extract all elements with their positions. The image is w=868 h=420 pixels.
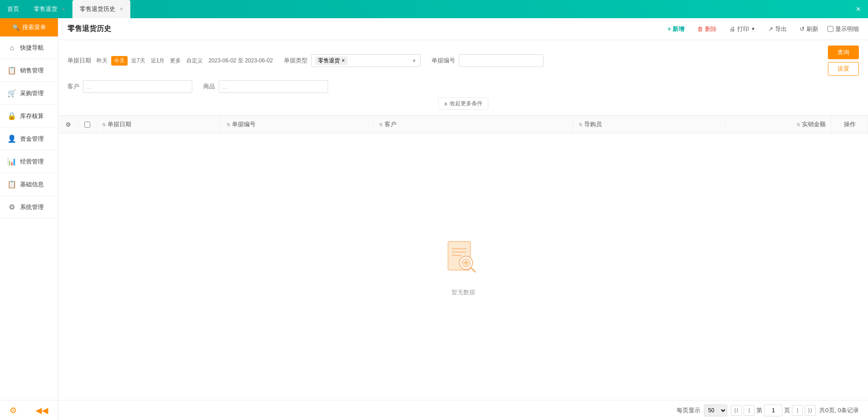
page-input-suffix: 页 (784, 406, 790, 415)
show-detail-checkbox[interactable]: 显示明细 (827, 25, 859, 33)
main-layout: 🔍 搜索菜单 ⌂ 快捷导航 📋 销售管理 🛒 采购管理 🔒 库存核算 👤 (0, 18, 868, 420)
sidebar-search-button[interactable]: 🔍 搜索菜单 (0, 18, 58, 36)
sidebar-item-system-mgmt-label: 系统管理 (20, 203, 44, 211)
filter-goods: 商品 ... (203, 80, 328, 93)
show-detail-input[interactable] (827, 26, 833, 32)
sidebar-item-finance-mgmt-label: 资金管理 (20, 135, 44, 143)
voucher-type-tag: 零售退货 × (315, 56, 348, 65)
delete-icon: 🗑 (697, 26, 703, 32)
collapse-filter-button[interactable]: ∧ 收起更多条件 (438, 97, 488, 110)
tab-home[interactable]: 首页 (0, 0, 26, 18)
tab-retail-return-history[interactable]: 零售退货历史 × (72, 0, 130, 18)
new-button[interactable]: + 新增 (664, 23, 688, 35)
show-detail-label: 显示明细 (835, 25, 859, 33)
tab-retail-return-history-close[interactable]: × (120, 6, 123, 12)
sidebar-item-quick-nav[interactable]: ⌂ 快捷导航 (0, 36, 58, 59)
filter-goods-label: 商品 (203, 82, 215, 91)
operations-icon: 📊 (7, 157, 16, 166)
empty-illustration (441, 237, 486, 283)
date-opt-today[interactable]: 今天 (111, 56, 128, 66)
inventory-icon: 🔒 (7, 112, 16, 121)
filter-area: 单据日期 昨天 今天 近7天 近1月 更多 自定义 2023-06-02 至 2… (58, 40, 868, 116)
page-number-input[interactable] (764, 405, 782, 416)
voucher-type-tag-close[interactable]: × (342, 57, 345, 64)
sidebar-item-system-mgmt[interactable]: ⚙ 系统管理 (0, 196, 58, 219)
filter-customer-label: 客户 (67, 82, 79, 91)
sidebar: 🔍 搜索菜单 ⌂ 快捷导航 📋 销售管理 🛒 采购管理 🔒 库存核算 👤 (0, 18, 58, 420)
goods-placeholder: ... (223, 83, 228, 90)
query-button[interactable]: 查询 (828, 46, 859, 59)
query-set-buttons: 查询 设置 (828, 46, 859, 76)
sidebar-item-finance-mgmt[interactable]: 👤 资金管理 (0, 128, 58, 150)
refresh-icon: ↺ (800, 26, 805, 32)
prev-page-button[interactable]: ⟨ (744, 405, 755, 416)
empty-text: 暂无数据 (452, 288, 475, 297)
print-button-label: 打印 (737, 25, 749, 33)
export-icon: ↗ (768, 26, 773, 32)
tab-retail-return-close[interactable]: × (62, 6, 65, 12)
export-button[interactable]: ↗ 导出 (765, 23, 791, 35)
refresh-button-label: 刷新 (806, 25, 818, 33)
sidebar-item-inventory[interactable]: 🔒 库存核算 (0, 105, 58, 128)
collapse-label: 收起更多条件 (450, 100, 483, 108)
page-size-select[interactable]: 20 50 100 (704, 405, 727, 416)
new-button-label: + 新增 (668, 25, 684, 33)
th-customer[interactable]: ⇅ 客户 (374, 116, 573, 133)
th-checkbox[interactable] (78, 116, 97, 133)
date-opt-last7[interactable]: 近7天 (129, 56, 147, 66)
collapse-icon: ∧ (444, 101, 448, 107)
th-date[interactable]: ⇅ 单据日期 (97, 116, 221, 133)
sort-up-customer: ⇅ (379, 122, 383, 127)
set-button[interactable]: 设置 (828, 62, 859, 76)
th-customer-label: 客户 (385, 120, 396, 128)
date-opt-more[interactable]: 更多 (168, 56, 183, 66)
sidebar-item-sales-mgmt[interactable]: 📋 销售管理 (0, 59, 58, 82)
home-icon: ⌂ (7, 43, 16, 52)
page-size-label: 每页显示 (677, 406, 700, 415)
tab-list: 首页 零售退货 × 零售退货历史 × (0, 0, 848, 18)
date-opt-yesterday[interactable]: 昨天 (95, 56, 109, 66)
sort-up-guide: ⇅ (579, 122, 582, 127)
sidebar-item-purchase-mgmt[interactable]: 🛒 采购管理 (0, 82, 58, 105)
page-header: 零售退货历史 + 新增 🗑 删除 🖨 打印 ▼ (58, 18, 868, 40)
sidebar-menu: ⌂ 快捷导航 📋 销售管理 🛒 采购管理 🔒 库存核算 👤 资金管理 📊 (0, 36, 58, 400)
date-opt-custom[interactable]: 自定义 (185, 56, 205, 66)
sidebar-bottom: ⚙ ◀◀ (0, 400, 58, 420)
window-close-button[interactable]: × (848, 5, 868, 14)
th-number[interactable]: ⇅ 单据编号 (221, 116, 374, 133)
page-input-prefix: 第 (756, 406, 762, 415)
tab-retail-return-history-label: 零售退货历史 (80, 5, 115, 13)
th-guide[interactable]: ⇅ 导购员 (573, 116, 726, 133)
sidebar-item-basic-info[interactable]: 📋 基础信息 (0, 173, 58, 196)
sidebar-item-operations-mgmt-label: 经营管理 (20, 158, 44, 166)
sidebar-item-operations-mgmt[interactable]: 📊 经营管理 (0, 150, 58, 173)
sidebar-item-inventory-label: 库存核算 (20, 112, 44, 120)
print-button[interactable]: 🖨 打印 ▼ (726, 23, 759, 35)
th-date-label: 单据日期 (108, 120, 131, 128)
voucher-type-select[interactable]: 零售退货 × ▼ (311, 54, 421, 67)
voucher-type-tag-label: 零售退货 (318, 57, 340, 65)
goods-select[interactable]: ... (219, 80, 328, 93)
last-page-button[interactable]: ⟩⟩ (805, 405, 816, 416)
tab-retail-return[interactable]: 零售退货 × (26, 0, 72, 18)
page-actions: + 新增 🗑 删除 🖨 打印 ▼ ↗ 导出 (664, 23, 859, 35)
page-nav: ⟨⟨ ⟨ 第 页 ⟩ ⟩⟩ (731, 405, 816, 416)
th-settings[interactable]: ⚙ (58, 116, 78, 133)
volume-bottom-icon[interactable]: ◀◀ (36, 405, 48, 415)
date-opt-last1month[interactable]: 近1月 (149, 56, 167, 66)
filter-date: 单据日期 昨天 今天 近7天 近1月 更多 自定义 2023-06-02 至 2… (67, 56, 273, 66)
customer-select[interactable]: ... (83, 80, 192, 93)
settings-bottom-icon[interactable]: ⚙ (10, 405, 17, 415)
filter-voucher-type: 单据类型 零售退货 × ▼ (284, 54, 421, 67)
svg-line-6 (471, 267, 475, 271)
delete-button[interactable]: 🗑 删除 (693, 23, 720, 35)
first-page-button[interactable]: ⟨⟨ (731, 405, 742, 416)
refresh-button[interactable]: ↺ 刷新 (796, 23, 822, 35)
settings-icon: ⚙ (66, 121, 71, 128)
th-amount[interactable]: ⇅ 实销金额 (726, 116, 832, 133)
table-area: ⚙ ⇅ 单据日期 ⇅ 单据编号 ⇅ 客户 ⇅ (58, 116, 868, 400)
pagination: 每页显示 20 50 100 ⟨⟨ ⟨ 第 页 ⟩ ⟩⟩ 共0页, 0条记录 (58, 400, 868, 420)
voucher-number-input[interactable] (459, 54, 544, 67)
select-all-checkbox[interactable] (84, 122, 90, 128)
next-page-button[interactable]: ⟩ (792, 405, 803, 416)
